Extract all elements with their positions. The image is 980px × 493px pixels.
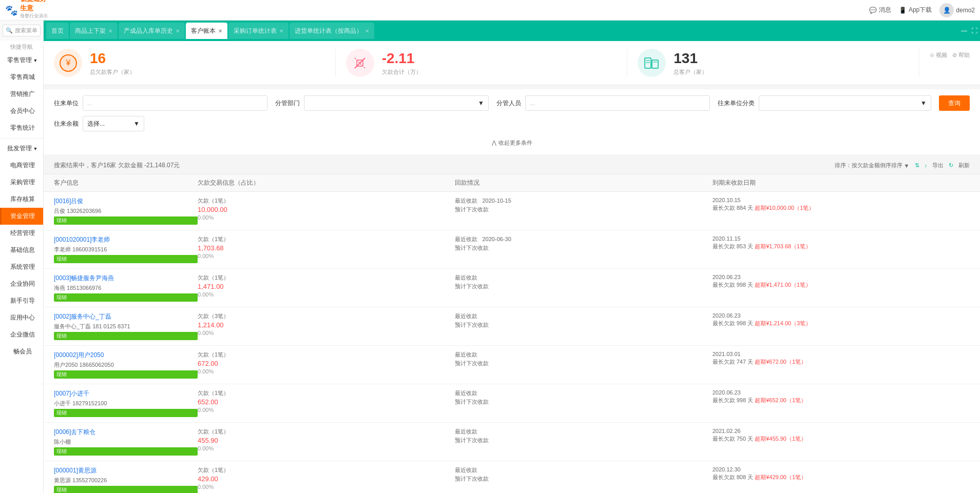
sidebar-item-inventory[interactable]: 库存核算: [0, 191, 43, 208]
overdue-info: 2020.06.23 最长欠款 998 天 超期¥652.00（1笔）: [713, 389, 970, 404]
tab-close-icon[interactable]: ✕: [279, 28, 283, 34]
manager-input[interactable]: ...: [525, 95, 710, 111]
recovery-info: 最近收款 预计下次收款: [455, 389, 712, 406]
customer-name-link[interactable]: [0001020001]李老师: [54, 235, 198, 244]
total-customers-number: 131: [674, 50, 707, 67]
sidebar-item-enterprise-wechat[interactable]: 企业微信: [0, 326, 43, 343]
sidebar-item-retail-store[interactable]: 零售商城: [0, 69, 43, 86]
sidebar-item-app-center[interactable]: 应用中心: [0, 309, 43, 326]
tab-bar: 首页 商品上下架 ✕ 产成品入库单历史 ✕ 客户账本 ✕ 采购订单统计表 ✕: [44, 21, 980, 41]
overdue-link[interactable]: 超期¥1,214.00（3笔）: [755, 320, 811, 326]
tab-close-icon[interactable]: ✕: [108, 28, 112, 34]
message-icon: 💬: [869, 7, 877, 14]
tab-product-history[interactable]: 产成品入库单历史 ✕: [119, 23, 185, 39]
quick-nav-label: 快捷导航: [0, 41, 43, 52]
sidebar-item-business-mgmt[interactable]: 经营管理: [0, 225, 43, 242]
source-unit-label: 往来单位: [54, 99, 79, 108]
tab-product-offline[interactable]: 商品上下架 ✕: [70, 23, 118, 39]
stat-card-owing-customers: ¥ 16 总欠款客户（家）: [54, 49, 336, 77]
dept-select[interactable]: ▼: [304, 95, 489, 111]
sidebar: 🔍 搜索菜单 快捷导航 零售管理 ▼ 零售商城 营销推广 会员中心 零售统计 批…: [0, 21, 44, 493]
tab-expand-icon[interactable]: ⛶: [971, 27, 977, 34]
overdue-info: 2020.10.15 最长欠款 884 天 超期¥10,000.00（1笔）: [713, 197, 970, 212]
user-menu[interactable]: 👤 demo2: [939, 3, 975, 17]
sidebar-item-enterprise[interactable]: 企业协同: [0, 275, 43, 292]
customer-name-link[interactable]: [0006]去下粮仓: [54, 428, 198, 437]
menu-search-box[interactable]: 🔍 搜索菜单: [3, 25, 41, 36]
sidebar-item-batch-mgmt[interactable]: 批发管理 ▼: [0, 140, 43, 157]
balance-select[interactable]: 选择... ▼: [83, 116, 144, 131]
source-unit-input[interactable]: ...: [83, 95, 267, 111]
sidebar-item-ecom-mgmt[interactable]: 电商管理: [0, 157, 43, 174]
overdue-link[interactable]: 超期¥455.90（1笔）: [755, 436, 806, 442]
overdue-link[interactable]: 超期¥1,471.00（1笔）: [755, 282, 811, 288]
view-icon[interactable]: ⊙ 视频: [930, 51, 947, 59]
chevron-down-icon: ▼: [904, 163, 910, 169]
customer-info: [0007]小进千 小进千 18279152100 现销: [54, 389, 198, 417]
tab-close-icon[interactable]: ✕: [218, 28, 222, 34]
customer-tag: 现销: [54, 255, 198, 263]
debt-info: 欠款（1笔） 672.00 0.00%: [198, 351, 455, 374]
overdue-link[interactable]: 超期¥672.00（1笔）: [755, 359, 806, 365]
customer-name-link[interactable]: [000001]黄思源: [54, 466, 198, 475]
customer-info: [0003]畅捷服务尹海燕 海燕 18513066976 现销: [54, 274, 198, 302]
sidebar-item-member-center[interactable]: 会员中心: [0, 103, 43, 120]
sidebar-item-system-mgmt[interactable]: 系统管理: [0, 259, 43, 275]
recovery-info: 最近收款 预计下次收款: [455, 274, 712, 290]
tab-close-icon[interactable]: ✕: [176, 28, 180, 34]
customer-info: [0006]去下粮仓 陈小棚 现销: [54, 428, 198, 456]
chevron-down-icon: ▼: [33, 58, 38, 63]
customer-tag: 现销: [54, 447, 198, 456]
sidebar-item-new-guide[interactable]: 新手引导: [0, 292, 43, 309]
customer-tag: 现销: [54, 370, 198, 379]
table-row: [0006]去下粮仓 陈小棚 现销 欠款（1笔） 455.90 0.00% 最近…: [44, 423, 980, 461]
customer-name-link[interactable]: [0007]小进千: [54, 389, 198, 398]
sidebar-item-basic-info[interactable]: 基础信息: [0, 242, 43, 259]
sidebar-item-marketing[interactable]: 营销推广: [0, 86, 43, 103]
tab-home[interactable]: 首页: [46, 23, 69, 39]
unit-category-label: 往来单位分类: [718, 99, 755, 108]
tab-customer-account[interactable]: 客户账本 ✕: [186, 23, 227, 39]
overdue-link[interactable]: 超期¥429.00（1笔）: [755, 474, 806, 480]
tab-close-icon[interactable]: ✕: [365, 28, 369, 34]
logo-icon: 🐾: [5, 4, 18, 16]
unit-category-select[interactable]: ▼: [759, 95, 931, 111]
export-label[interactable]: 导出: [932, 162, 944, 169]
stat-card-owing-amount: -2.11 欠款合计（万）: [346, 49, 628, 77]
sort-select[interactable]: 排序：按欠款金额倒序排序 ▼: [835, 162, 910, 169]
customer-name-link[interactable]: [0003]畅捷服务尹海燕: [54, 274, 198, 283]
sidebar-item-finance[interactable]: 资金管理: [0, 208, 43, 225]
sidebar-item-retail-mgmt[interactable]: 零售管理 ▼: [0, 52, 43, 69]
total-customers-label: 总客户（家）: [674, 68, 707, 76]
tab-incoming-stats[interactable]: 进货单统计表（按商品） ✕: [290, 23, 374, 39]
owing-amount-label: 欠款合计（万）: [382, 68, 421, 76]
customer-info: [000002]用户2050 用户2050 18665062050 现销: [54, 351, 198, 379]
customer-name-link[interactable]: [000002]用户2050: [54, 351, 198, 360]
app-download-btn[interactable]: 📱 App下载: [899, 6, 932, 14]
sidebar-item-purchase-mgmt[interactable]: 采购管理: [0, 174, 43, 191]
customer-name-link[interactable]: [0016]吕俊: [54, 197, 198, 206]
refresh-label[interactable]: 刷新: [958, 162, 970, 169]
overdue-link[interactable]: 超期¥1,703.68（1笔）: [755, 243, 811, 249]
collapse-button[interactable]: ⋀ 收起更多条件: [492, 139, 532, 147]
sidebar-item-retail-stats[interactable]: 零售统计: [0, 120, 43, 136]
search-button[interactable]: 查询: [939, 95, 970, 111]
sidebar-item-vip-member[interactable]: 畅会员: [0, 343, 43, 360]
result-summary: 搜索结果中，客户16家 欠款金额 -21,148.07元: [54, 161, 180, 170]
table-row: [000001]黄思源 黄思源 13552700226 现销 欠款（1笔） 42…: [44, 461, 980, 493]
dept-label: 分管部门: [275, 99, 300, 108]
customer-name-link[interactable]: [0002]服务中心_丁磊: [54, 312, 198, 321]
overdue-link[interactable]: 超期¥652.00（1笔）: [755, 397, 806, 403]
customer-info: [0001020001]李老师 李老师 18600391516 现销: [54, 235, 198, 263]
overdue-link[interactable]: 超期¥10,000.00（1笔）: [755, 205, 814, 211]
overdue-info: 2020.06.23 最长欠款 998 天 超期¥1,214.00（3笔）: [713, 312, 970, 327]
tab-minimize-icon[interactable]: —: [961, 27, 967, 34]
help-icon[interactable]: ⊘ 帮助: [952, 51, 970, 59]
sidebar-search-area: 🔍 搜索菜单: [0, 21, 43, 41]
customer-tag: 现销: [54, 409, 198, 417]
tab-purchase-stats[interactable]: 采购订单统计表 ✕: [228, 23, 289, 39]
filter-row-2: 往来余额 选择... ▼: [54, 116, 970, 131]
debt-info: 欠款（1笔） 429.00 0.00%: [198, 466, 455, 490]
customer-tag: 现销: [54, 332, 198, 340]
message-btn[interactable]: 💬 消息: [869, 6, 891, 14]
